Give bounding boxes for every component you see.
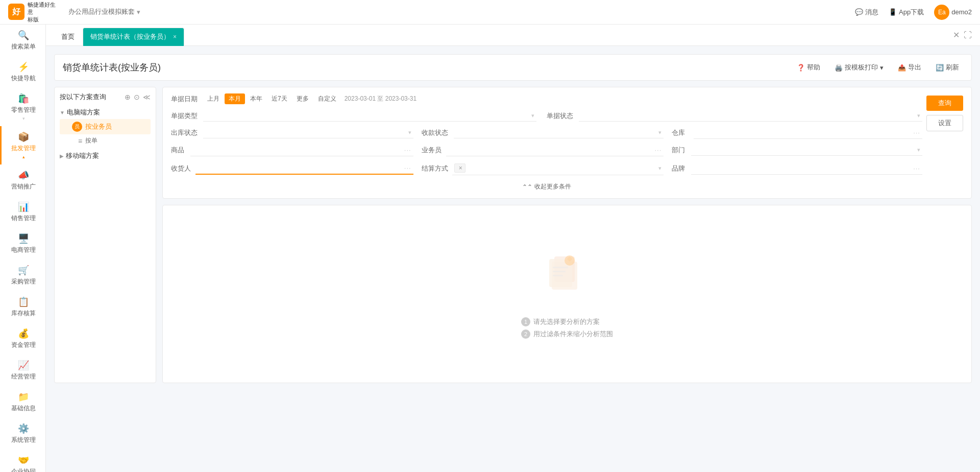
sidebar-item-system[interactable]: ⚙️ 系统管理: [0, 418, 45, 450]
refresh-button[interactable]: 🔄 刷新: [932, 61, 963, 74]
sidebar-item-purchase[interactable]: 🛒 采购管理: [0, 259, 45, 291]
collapse-scheme-icon[interactable]: ≪: [143, 93, 151, 101]
filter-col-doc-type: 单据类型 ▾: [171, 110, 547, 122]
tip-2-text: 用过滤条件来缩小分析范围: [533, 329, 613, 339]
sidebar-item-label: 快捷导航: [11, 74, 36, 83]
print-icon: 🖨️: [835, 64, 843, 72]
collapse-label: 收起更多条件: [534, 182, 571, 191]
tree-arrow-down-icon: ▼: [60, 110, 65, 115]
help-label: 帮助: [807, 63, 820, 72]
sidebar-item-label: 系统管理: [11, 436, 36, 444]
sidebar: 🔍 搜索菜单 ⚡ 快捷导航 🛍️ 零售管理 ▾ 📦 批发管理 ▴ 📣 营销推广 …: [0, 25, 46, 472]
goods-label: 商品: [171, 146, 186, 155]
date-btn-last-month[interactable]: 上月: [203, 93, 224, 104]
doc-status-input[interactable]: ▾: [579, 110, 922, 122]
sidebar-item-wholesale[interactable]: 📦 批发管理 ▴: [0, 126, 45, 164]
settings-scheme-icon[interactable]: ⊙: [134, 93, 140, 101]
sidebar-item-marketing[interactable]: 📣 营销推广: [0, 164, 45, 196]
empty-state: 1 请先选择要分析的方案 2 用过滤条件来缩小分析范围: [163, 205, 971, 383]
filter-col-goods: 商品 ···: [171, 144, 422, 156]
tree-group-pc-header[interactable]: ▼ 电脑端方案: [60, 106, 151, 119]
message-icon: 💬: [855, 8, 863, 16]
help-icon: ❓: [797, 64, 805, 72]
doc-status-label: 单据状态: [547, 111, 575, 121]
export-label: 导出: [908, 63, 921, 72]
panel-header: 销货单统计表(按业务员) ❓ 帮助 🖨️ 按模板打印 ▾ 📤: [55, 55, 971, 80]
add-scheme-icon[interactable]: ⊕: [125, 93, 131, 101]
goods-dots-icon: ···: [404, 146, 411, 154]
main-layout: 🔍 搜索菜单 ⚡ 快捷导航 🛍️ 零售管理 ▾ 📦 批发管理 ▴ 📣 营销推广 …: [0, 25, 980, 472]
sidebar-item-inventory[interactable]: 📋 库存核算: [0, 291, 45, 323]
sidebar-item-sales[interactable]: 📊 销售管理: [0, 196, 45, 228]
maximize-window-button[interactable]: ⛶: [964, 31, 972, 40]
date-range: 2023-03-01 至 2023-03-31: [345, 95, 416, 103]
export-button[interactable]: 📤 导出: [894, 61, 925, 74]
date-btn-7days[interactable]: 近7天: [267, 93, 291, 104]
settlement-tag-close-icon[interactable]: ×: [459, 164, 462, 172]
settlement-tag: ×: [454, 163, 465, 173]
date-btn-custom[interactable]: 自定义: [314, 93, 340, 104]
dept-input[interactable]: ▾: [691, 145, 922, 156]
filter-col-warehouse: 仓库 ···: [672, 127, 922, 139]
empty-tips: 1 请先选择要分析的方案 2 用过滤条件来缩小分析范围: [521, 317, 613, 342]
app-download-button[interactable]: 📱 App下载: [889, 8, 924, 17]
empty-state-panel: 1 请先选择要分析的方案 2 用过滤条件来缩小分析范围: [162, 205, 972, 383]
tree-group-mobile-header[interactable]: ▶ 移动端方案: [60, 149, 151, 162]
main-body: 按以下方案查询 ⊕ ⊙ ≪ ▼ 电脑端方案: [54, 87, 972, 383]
sidebar-item-enterprise[interactable]: 🤝 企业协同: [0, 450, 45, 472]
chevron-icon: ▾: [22, 116, 25, 121]
settings-button[interactable]: 设置: [926, 115, 963, 131]
logo-area: 好 畅捷通好生意 标版: [8, 1, 58, 23]
goods-input[interactable]: ···: [190, 144, 413, 156]
date-btn-this-month[interactable]: 本月: [225, 93, 245, 104]
receiver-input[interactable]: ···: [195, 162, 413, 175]
payment-status-input[interactable]: ▾: [454, 127, 664, 138]
out-status-input[interactable]: ▾: [203, 127, 413, 138]
date-label: 单据日期: [171, 95, 199, 104]
receiver-label: 收货人: [171, 164, 191, 173]
sidebar-item-retail[interactable]: 🛍️ 零售管理 ▾: [0, 88, 45, 126]
tab-home[interactable]: 首页: [54, 28, 82, 46]
doc-type-input[interactable]: ▾: [203, 110, 536, 122]
tip-num-2: 2: [521, 329, 530, 339]
settlement-label: 结算方式: [422, 164, 448, 173]
chevron-up-icon: ▴: [22, 154, 25, 159]
message-button[interactable]: 💬 消息: [855, 8, 878, 17]
salesman-circle-icon: 员: [72, 122, 82, 132]
sidebar-item-quick-nav[interactable]: ⚡ 快捷导航: [0, 56, 45, 88]
avatar-initials: Ea: [938, 9, 946, 16]
app-icon: 📱: [889, 8, 897, 16]
tab-sales-stats[interactable]: 销货单统计表（按业务员） ×: [83, 28, 184, 46]
print-button[interactable]: 🖨️ 按模板打印 ▾: [830, 61, 888, 74]
sidebar-item-search[interactable]: 🔍 搜索菜单: [0, 25, 45, 56]
brand-input[interactable]: ···: [691, 162, 922, 175]
header-right: 💬 消息 📱 App下载 Ea demo2: [855, 5, 972, 20]
sidebar-item-label: 基础信息: [11, 404, 36, 413]
tab-bar: 首页 销货单统计表（按业务员） × ✕ ⛶: [46, 25, 980, 46]
dept-arrow-icon: ▾: [917, 147, 920, 153]
filter-col-dept: 部门 ▾: [672, 144, 922, 156]
sidebar-item-finance[interactable]: 💰 资金管理: [0, 323, 45, 355]
help-button[interactable]: ❓ 帮助: [793, 61, 824, 74]
wholesale-icon: 📦: [18, 131, 29, 143]
settlement-input[interactable]: × ▾: [452, 161, 664, 175]
collapse-button[interactable]: ⌃⌃ 收起更多条件: [522, 182, 571, 191]
user-area[interactable]: Ea demo2: [934, 5, 972, 20]
date-btn-more[interactable]: 更多: [292, 93, 313, 104]
date-row: 单据日期 上月 本月 本年 近7天 更多 自定义: [171, 93, 922, 104]
message-label: 消息: [865, 8, 878, 17]
sidebar-item-ecommerce[interactable]: 🖥️ 电商管理: [0, 228, 45, 259]
close-window-button[interactable]: ✕: [953, 30, 960, 40]
sidebar-item-label: 零售管理: [11, 106, 36, 114]
tree-item-by-salesman[interactable]: 员 按业务员: [60, 119, 151, 134]
tree-item-by-order[interactable]: ≡ 按单: [60, 134, 151, 147]
salesman-input[interactable]: ···: [446, 144, 664, 156]
sidebar-item-operations[interactable]: 📈 经营管理: [0, 355, 45, 386]
page-content: 销货单统计表(按业务员) ❓ 帮助 🖨️ 按模板打印 ▾ 📤: [46, 46, 980, 472]
date-btn-this-year[interactable]: 本年: [246, 93, 266, 104]
sidebar-item-base[interactable]: 📁 基础信息: [0, 386, 45, 418]
warehouse-input[interactable]: ···: [694, 127, 922, 139]
query-button[interactable]: 查询: [926, 96, 963, 111]
tab-close-icon[interactable]: ×: [173, 33, 177, 40]
ecommerce-icon: 🖥️: [18, 233, 29, 244]
